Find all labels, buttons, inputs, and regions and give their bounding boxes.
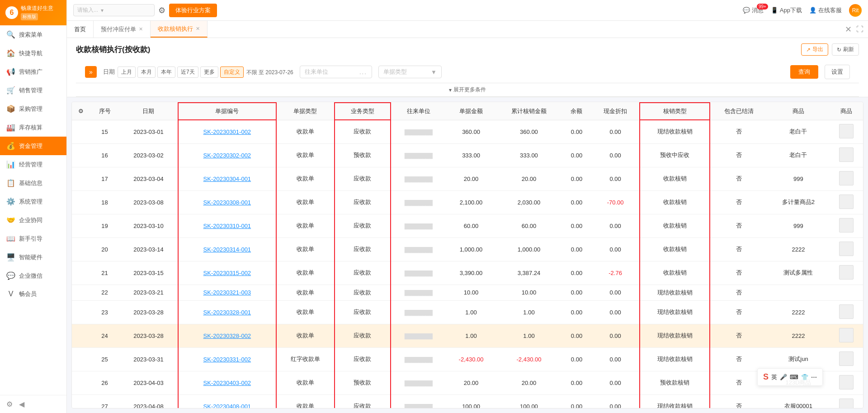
date-btn-last-month[interactable]: 上月 xyxy=(118,66,136,78)
row-docno[interactable]: SK-20230314-001 xyxy=(178,237,276,261)
collapse-icon[interactable]: ◀ xyxy=(19,400,24,408)
sidebar-item-hardware[interactable]: 🖥️ 智能硬件 xyxy=(0,248,66,266)
row-cumulative: 20.00 xyxy=(496,167,562,190)
date-btn-this-year[interactable]: 本年 xyxy=(157,66,175,78)
sidebar-item-inventory[interactable]: 🏭 库存核算 xyxy=(0,118,66,137)
col-docno-header: 单据编号 xyxy=(178,103,276,120)
sidebar-item-basic[interactable]: 📋 基础信息 xyxy=(0,174,66,192)
row-product-img xyxy=(829,143,863,167)
sidebar-item-guide[interactable]: 📖 新手引导 xyxy=(0,229,66,248)
date-btn-7days[interactable]: 近7天 xyxy=(177,66,198,78)
sidebar-item-corp[interactable]: 🤝 企业协同 xyxy=(0,211,66,229)
sidebar-item-system[interactable]: ⚙️ 系统管理 xyxy=(0,192,66,211)
tab-home[interactable]: 首页 xyxy=(67,21,94,38)
row-settings[interactable] xyxy=(72,214,90,237)
sidebar-item-operations[interactable]: 📊 经营管理 xyxy=(0,155,66,174)
sidebar-search-label: 搜索菜单 xyxy=(19,31,42,39)
row-verifytype: 现结收款核销 xyxy=(640,120,710,143)
expand-conditions-button[interactable]: ▾ 展开更多条件 xyxy=(449,86,486,94)
sidebar-item-sales[interactable]: 🛒 销售管理 xyxy=(0,81,66,100)
tabbar-expand-icon[interactable]: ⛶ xyxy=(856,25,863,33)
row-product-img xyxy=(829,285,863,300)
row-settings[interactable] xyxy=(72,324,90,347)
date-btn-this-month[interactable]: 本月 xyxy=(137,66,156,78)
row-settings[interactable] xyxy=(72,394,90,408)
messages-button[interactable]: 💬 消息 99+ xyxy=(743,6,764,14)
search-input-area[interactable]: 请输入... ▾ xyxy=(73,4,155,16)
row-docno[interactable]: SK-20230328-001 xyxy=(178,300,276,324)
row-docno[interactable]: SK-20230331-002 xyxy=(178,347,276,371)
query-button[interactable]: 查询 xyxy=(790,65,818,79)
row-settings[interactable] xyxy=(72,300,90,324)
row-balance: 0.00 xyxy=(562,371,591,394)
user-avatar[interactable]: Rit xyxy=(849,4,862,17)
tab-receipt-verify[interactable]: 收款核销执行 ✕ xyxy=(151,21,208,38)
row-settings[interactable] xyxy=(72,237,90,261)
partner-filter[interactable]: 往来单位 ... xyxy=(300,66,372,78)
col-date-header: 日期 xyxy=(119,103,178,120)
settings-icon[interactable]: ⚙ xyxy=(6,400,13,408)
row-docno[interactable]: SK-20230315-002 xyxy=(178,261,276,285)
row-docno[interactable]: SK-20230321-003 xyxy=(178,285,276,300)
sidebar-item-member[interactable]: V 畅会员 xyxy=(0,285,66,303)
row-product-img xyxy=(829,371,863,394)
row-balance: 0.00 xyxy=(562,190,591,214)
sidebar-item-nav[interactable]: 🏠 快捷导航 xyxy=(0,44,66,62)
row-docno[interactable]: SK-20230403-002 xyxy=(178,371,276,394)
row-date: 2023-03-04 xyxy=(119,167,178,190)
row-docno[interactable]: SK-20230302-002 xyxy=(178,143,276,167)
row-settings[interactable] xyxy=(72,261,90,285)
row-docno[interactable]: SK-20230328-002 xyxy=(178,324,276,347)
row-cumulative: -2,430.00 xyxy=(496,347,562,371)
tab-prepay[interactable]: 预付冲应付单 ✕ xyxy=(94,21,151,38)
row-settings[interactable] xyxy=(72,347,90,371)
sidebar-hardware-icon: 🖥️ xyxy=(6,253,15,261)
sidebar-item-marketing[interactable]: 📢 营销推广 xyxy=(0,62,66,81)
date-range-display: 不限 至 2023-07-26 xyxy=(246,69,293,76)
row-docno[interactable]: SK-20230308-001 xyxy=(178,190,276,214)
row-balance: 0.00 xyxy=(562,167,591,190)
row-settings[interactable] xyxy=(72,190,90,214)
date-btn-more[interactable]: 更多 xyxy=(200,66,218,78)
filter-toggle-button[interactable]: » xyxy=(85,66,97,78)
row-docno[interactable]: SK-20230304-001 xyxy=(178,167,276,190)
row-settings[interactable] xyxy=(72,285,90,300)
row-biztype: 应收款 xyxy=(335,347,391,371)
row-settings[interactable] xyxy=(72,120,90,143)
online-service-button[interactable]: 👤 在线客服 xyxy=(809,6,842,14)
row-balance: 0.00 xyxy=(562,394,591,408)
row-settings[interactable] xyxy=(72,143,90,167)
row-include-settled: 否 xyxy=(710,261,767,285)
solution-button[interactable]: 体验行业方案 xyxy=(169,4,217,17)
row-cumulative: 10.00 xyxy=(496,285,562,300)
tabbar-close-all-icon[interactable]: ✕ xyxy=(845,24,852,34)
sidebar-sales-label: 销售管理 xyxy=(19,86,42,95)
sidebar-item-search[interactable]: 🔍 搜索菜单 xyxy=(0,25,66,44)
row-balance: 0.00 xyxy=(562,214,591,237)
row-docno[interactable]: SK-20230408-001 xyxy=(178,394,276,408)
date-btn-custom[interactable]: 自定义 xyxy=(220,66,244,78)
sidebar-item-finance[interactable]: 💰 资金管理 xyxy=(0,137,66,155)
sidebar-item-purchase[interactable]: 📦 采购管理 xyxy=(0,100,66,118)
doc-type-filter[interactable]: 单据类型 ▼ xyxy=(378,66,442,78)
row-doctype: 收款单 xyxy=(276,261,335,285)
sidebar-item-wechat[interactable]: 💬 企业微信 xyxy=(0,266,66,285)
filter-settings-button[interactable]: 设置 xyxy=(825,65,850,79)
tab-receipt-verify-close[interactable]: ✕ xyxy=(196,26,200,32)
export-button[interactable]: ↗ 导出 xyxy=(801,43,828,56)
app-download-button[interactable]: 📱 App下载 xyxy=(771,6,802,14)
topbar-gear-icon[interactable]: ⚙ xyxy=(158,5,165,15)
row-docno[interactable]: SK-20230310-001 xyxy=(178,214,276,237)
date-filter-buttons: 上月 本月 本年 近7天 更多 自定义 xyxy=(118,66,244,78)
tab-prepay-close[interactable]: ✕ xyxy=(139,26,143,32)
sidebar-hardware-label: 智能硬件 xyxy=(19,253,42,261)
refresh-button[interactable]: ↻ 刷新 xyxy=(832,43,859,56)
row-amount: 1.00 xyxy=(446,324,496,347)
row-settings[interactable] xyxy=(72,167,90,190)
row-settings[interactable] xyxy=(72,371,90,394)
row-docno[interactable]: SK-20230301-002 xyxy=(178,120,276,143)
col-settings-header[interactable]: ⚙ xyxy=(72,103,90,120)
sidebar-purchase-label: 采购管理 xyxy=(19,105,42,113)
row-doctype: 收款单 xyxy=(276,237,335,261)
row-partner: ████████ xyxy=(391,167,446,190)
